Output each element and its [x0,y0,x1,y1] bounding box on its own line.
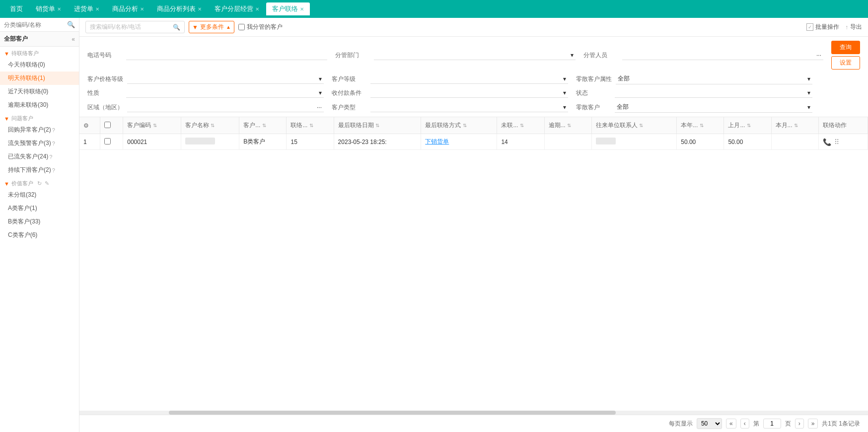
nav-product-analysis[interactable]: 商品分析 ✕ [106,2,150,15]
ellipsis-icon: ··· [816,52,821,59]
th-unit-contact[interactable]: 往来单位联系人 ⇅ [591,117,676,134]
batch-operation-btn[interactable]: ✓ 批量操作 [806,23,839,31]
my-customers-checkbox-label[interactable]: 我分管的客户 [238,23,283,31]
sidebar-item-churn-warning[interactable]: 流失预警客户(3) ? [0,137,79,150]
my-customers-checkbox[interactable] [238,24,245,30]
per-page-select[interactable]: 50 100 200 [697,418,722,429]
help-icon[interactable]: ? [52,167,55,173]
export-btn[interactable]: ↑ 导出 [845,23,862,31]
filter-select-status[interactable]: ▾ [615,88,812,98]
search-icon[interactable]: 🔍 [67,21,75,28]
filter-cell-customer-type: 客户类型 ▾ [332,103,576,112]
close-icon[interactable]: ✕ [198,6,202,12]
prev-page-btn[interactable]: ‹ [740,419,749,429]
select-all-checkbox[interactable] [104,122,111,128]
filter-select-price-level[interactable]: ▾ [127,74,324,84]
th-contact-count[interactable]: 联络... ⇅ [287,117,334,134]
filter-input-phone[interactable] [126,51,327,60]
th-type[interactable]: 客户... ⇅ [239,117,287,134]
next-page-btn[interactable]: › [795,419,804,429]
nav-sales-order[interactable]: 销货单 ✕ [30,2,67,15]
sidebar-item-abnormal-repurchase[interactable]: 回购异常客户(2) ? [0,123,79,137]
th-last-date[interactable]: 最后联络日期 ⇅ [334,117,421,134]
sidebar-item-declining[interactable]: 持续下滑客户(2) ? [0,163,79,177]
chevron-down-icon: ▾ [807,104,810,111]
cell-type: B类客户 [239,134,287,150]
filter-select-nature[interactable]: ▾ [126,88,324,98]
first-page-btn[interactable]: « [726,419,736,429]
close-icon[interactable]: ✕ [255,6,259,12]
help-icon[interactable]: ? [49,154,52,160]
search-box[interactable]: 搜索编码/名称/电话 🔍 [85,21,185,33]
filter-cell-payment: 收付款条件 ▾ [332,88,576,98]
close-icon[interactable]: ✕ [57,6,61,12]
query-button[interactable]: 查询 [831,41,860,54]
filter-select-payment[interactable]: ▾ [370,88,568,98]
filter-select-retail-attr[interactable]: 全部 ▾ [616,73,812,84]
search-icon[interactable]: 🔍 [173,24,180,31]
settings-icon[interactable]: ⚙ [83,122,89,129]
filter-icon: ▼ [192,24,198,31]
cell-overdue [544,134,591,150]
close-icon[interactable]: ✕ [140,6,144,12]
th-name[interactable]: 客户名称 ⇅ [181,117,239,134]
chevron-down-icon: ▾ [563,75,566,82]
cell-last-date: 2023-05-23 18:25: [334,134,421,150]
nav-customer-contact[interactable]: 客户联络 ✕ [266,2,310,15]
sidebar-search-input[interactable] [4,21,65,28]
filter-select-dept[interactable]: ▾ [374,51,575,60]
sidebar-item-a-class[interactable]: A类客户(1) [0,202,79,215]
set-button[interactable]: 设置 [831,56,860,70]
close-icon[interactable]: ✕ [300,6,304,12]
filter-select-customer-level[interactable]: ▾ [370,74,568,84]
cell-seq: 1 [79,134,100,150]
page-input[interactable] [763,419,781,429]
nav-home[interactable]: 首页 [4,2,29,15]
sidebar-item-c-class[interactable]: C类客户(6) [0,228,79,242]
row-checkbox[interactable] [104,138,111,144]
edit-icon[interactable]: ✎ [45,180,49,187]
cell-uncontacted: 14 [497,134,544,150]
th-uncontacted[interactable]: 未联... ⇅ [497,117,544,134]
th-last-month[interactable]: 上月... ⇅ [724,117,771,134]
chevron-down-icon: ▾ [571,52,574,59]
sidebar-item-7day-contact[interactable]: 近7天待联络(0) [0,85,79,98]
help-icon[interactable]: ? [52,127,55,133]
th-code[interactable]: 客户编码 ⇅ [123,117,181,134]
th-overdue[interactable]: 逾期... ⇅ [544,117,591,134]
nav-purchase-order[interactable]: 进货单 ✕ [68,2,105,15]
filter-select-customer-type[interactable]: ▾ [370,103,568,112]
last-method-link[interactable]: 下销货单 [425,138,449,145]
phone-action-icon[interactable]: 📞 [823,138,831,146]
close-icon[interactable]: ✕ [95,6,99,12]
more-action-icon[interactable]: ⠿ [834,138,839,146]
th-last-method[interactable]: 最后联络方式 ⇅ [421,117,497,134]
sidebar-item-b-class[interactable]: B类客户(33) [0,215,79,228]
th-this-year[interactable]: 本年... ⇅ [677,117,724,134]
help-icon[interactable]: ? [52,141,55,146]
nav-product-analysis-list[interactable]: 商品分析列表 ✕ [151,2,208,15]
cell-last-month: 50.00 [724,134,771,150]
filter-select-person[interactable]: ··· [622,51,823,60]
sidebar-item-ungrouped[interactable]: 未分组(32) [0,188,79,202]
table-row: 1 000021 B类客户 15 2023-05-23 18:25: 下销货单 … [79,134,868,150]
collapse-icon[interactable]: « [72,36,75,43]
sidebar-item-tomorrow-contact[interactable]: 明天待联络(1) [0,72,79,85]
sidebar-item-today-contact[interactable]: 今天待联络(0) [0,58,79,72]
toolbar: 搜索编码/名称/电话 🔍 ▼ 更多条件 ▲ 我分管的客户 ✓ 批量操作 ↑ 导出 [79,18,868,37]
sidebar-item-churned[interactable]: 已流失客户(24) ? [0,150,79,163]
all-customers-header[interactable]: 全部客户 « [0,32,79,47]
top-nav: 首页 销货单 ✕ 进货单 ✕ 商品分析 ✕ 商品分析列表 ✕ 客户分层经营 ✕ … [0,0,868,18]
filter-select-retail-customer[interactable]: 全部 ▾ [615,102,812,113]
filter-more-btn[interactable]: ▼ 更多条件 ▲ [189,21,234,33]
refresh-icon[interactable]: ↻ [37,180,42,187]
cell-last-method[interactable]: 下销货单 [421,134,497,150]
last-page-btn[interactable]: » [808,419,818,429]
horizontal-scrollbar[interactable] [79,411,868,415]
th-this-month[interactable]: 本月... ⇅ [771,117,818,134]
scroll-thumb[interactable] [169,411,616,415]
toolbar-right: ✓ 批量操作 ↑ 导出 [806,23,862,31]
nav-customer-tier[interactable]: 客户分层经营 ✕ [209,2,265,15]
filter-select-region[interactable]: ··· [127,103,324,112]
sidebar-item-overdue-contact[interactable]: 逾期未联络(30) [0,98,79,112]
